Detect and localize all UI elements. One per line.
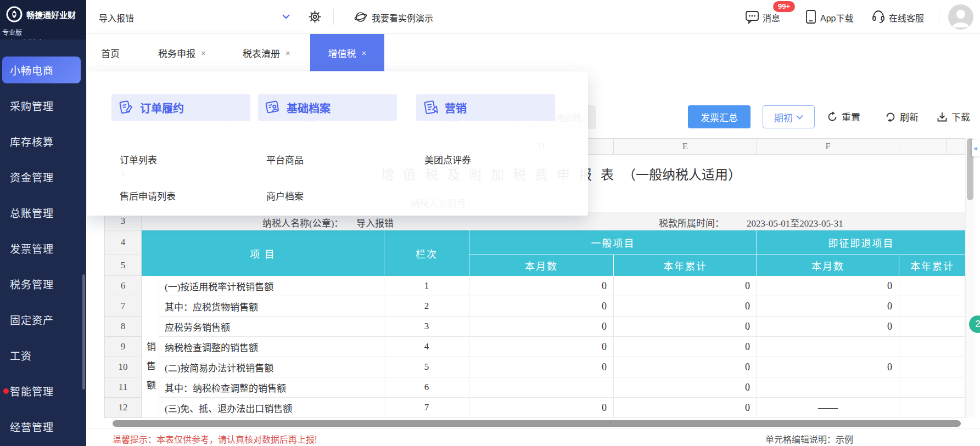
cell-e-row11[interactable]: 0 <box>614 377 757 398</box>
chevron-down-icon[interactable] <box>282 13 290 20</box>
cell-project-row11[interactable]: 其中：纳税检查调整的销售额 <box>159 377 384 398</box>
close-icon[interactable]: × <box>285 48 290 58</box>
cell-project-row6[interactable]: (一)按适用税率计税销售额 <box>159 276 384 296</box>
messages-label[interactable]: 消息 <box>763 11 780 24</box>
vertical-scrollbar[interactable] <box>965 138 975 418</box>
cell-project-row12[interactable]: (三)免、抵、退办法出口销售额 <box>159 398 384 418</box>
megamenu-item-售后申请列表[interactable]: 售后申请列表 <box>120 189 240 205</box>
gear-icon[interactable] <box>308 10 322 24</box>
cell-col-row9[interactable]: 4 <box>384 337 469 357</box>
cell-f-row9[interactable] <box>757 337 899 357</box>
sidebar-item-5[interactable]: 总账管理 <box>0 195 86 230</box>
megamenu-section-title: 订单履约 <box>140 100 184 116</box>
tab-税表清册[interactable]: 税表清册× <box>243 34 290 71</box>
megamenu-section-title: 基础档案 <box>287 100 331 116</box>
cell-d-row10[interactable]: 0 <box>469 357 614 377</box>
tab-税务申报[interactable]: 税务申报× <box>158 34 206 71</box>
sidebar-scrollbar[interactable] <box>82 274 85 389</box>
cell-f-row10[interactable]: 0 <box>757 357 899 377</box>
period-dropdown[interactable]: 期初 <box>763 105 815 128</box>
cell-e-row7[interactable]: 0 <box>614 296 757 317</box>
sidebar-item-3[interactable]: 库存核算 <box>0 123 86 159</box>
sidebar-item-6[interactable]: 发票管理 <box>0 230 86 266</box>
tab-首页[interactable]: 首页 <box>101 34 120 71</box>
cell-d-row12[interactable]: 0 <box>469 398 614 418</box>
reset-button[interactable]: 重置 <box>827 110 860 123</box>
close-icon[interactable]: × <box>362 48 367 58</box>
cell-d-row8[interactable]: 0 <box>469 317 614 337</box>
tab-label: 首页 <box>101 46 120 60</box>
cell-project-row9[interactable]: 纳税检查调整的销售额 <box>159 337 384 357</box>
sidebar-item-9[interactable]: 工资 <box>0 337 86 373</box>
phone-icon[interactable] <box>804 9 817 24</box>
cell-d-row9[interactable]: 0 <box>469 337 614 357</box>
download-button[interactable]: 下载 <box>937 110 970 123</box>
app-download-label[interactable]: App下载 <box>820 11 853 24</box>
cell-col-row7[interactable]: 2 <box>384 296 469 317</box>
cell-g-row9[interactable] <box>899 337 965 357</box>
cell-g-row10[interactable] <box>899 357 965 377</box>
workspace-underline <box>99 31 306 31</box>
headset-icon[interactable] <box>871 9 886 24</box>
tab-增值税[interactable]: 增值税× <box>310 34 384 71</box>
cell-f-row7[interactable]: 0 <box>757 296 899 317</box>
header-month-f-cell: 本月数 <box>757 255 899 276</box>
cell-e-row6[interactable]: 0 <box>614 276 757 296</box>
cell-f-row8[interactable]: 0 <box>757 317 899 337</box>
cell-col-row8[interactable]: 3 <box>384 317 469 337</box>
close-icon[interactable]: × <box>201 48 206 58</box>
header-project-cell: 项 目 <box>142 230 384 276</box>
message-icon[interactable] <box>745 10 759 24</box>
cell-e-row10[interactable]: 0 <box>614 357 757 377</box>
cell-g-row6[interactable] <box>899 276 965 296</box>
megamenu-item-美团点评券[interactable]: 美团点评券 <box>424 153 545 169</box>
sidebar-item-7[interactable]: 税务管理 <box>0 266 86 302</box>
header-refund-cell: 即征即退项目 <box>757 230 965 255</box>
workspace-selector[interactable]: 导入报错 <box>99 11 134 24</box>
sidebar-item-2[interactable]: 采购管理 <box>0 88 86 123</box>
cell-col-row6[interactable]: 1 <box>384 276 469 296</box>
sheet-title-sub: （一般纳税人适用） <box>623 164 741 183</box>
expand-columns-tab[interactable]: » <box>972 140 980 156</box>
cell-g-row12[interactable] <box>899 398 965 418</box>
cell-project-row8[interactable]: 应税劳务销售额 <box>159 317 384 337</box>
cell-col-row10[interactable]: 5 <box>384 357 469 377</box>
cell-col-row12[interactable]: 7 <box>384 398 469 418</box>
sales-group-cell: 销售额 <box>142 276 159 418</box>
megamenu-item-商户档案[interactable]: 商户档案 <box>266 189 387 205</box>
cell-e-row8[interactable]: 0 <box>614 317 757 337</box>
cell-d-row7[interactable]: 0 <box>469 296 614 317</box>
sidebar-item-11[interactable]: 经营管理 <box>0 409 86 444</box>
sales-group-label: 销售额 <box>143 342 157 417</box>
cell-e-row9[interactable]: 0 <box>614 337 757 357</box>
cell-g-row8[interactable] <box>899 317 965 337</box>
sidebar-item-8[interactable]: 固定资产 <box>0 302 86 337</box>
cell-d-row6[interactable]: 0 <box>469 276 614 296</box>
sidebar-item-1[interactable]: 小畅电商 <box>0 52 86 88</box>
cell-f-row6[interactable]: 0 <box>757 276 899 296</box>
horizontal-scrollbar-thumb[interactable] <box>113 420 961 427</box>
invoice-summary-button[interactable]: 发票汇总 <box>688 105 751 128</box>
refresh-button[interactable]: 刷新 <box>885 110 919 123</box>
support-label[interactable]: 在线客服 <box>889 11 924 24</box>
taxpayer-name-value[interactable]: 导入报错 <box>356 216 394 229</box>
megamenu-item-平台商品[interactable]: 平台商品 <box>266 153 387 169</box>
cell-project-row7[interactable]: 其中：应税货物销售额 <box>159 296 384 317</box>
megamenu-item-订单列表[interactable]: 订单列表 <box>120 153 240 169</box>
refresh-label: 刷新 <box>900 110 919 123</box>
globe-icon[interactable] <box>354 10 367 24</box>
brand-name: 畅捷通好业财 <box>26 9 76 20</box>
cell-f-row11[interactable] <box>757 377 899 398</box>
sidebar-item-4[interactable]: 资金管理 <box>0 159 86 195</box>
demo-link[interactable]: 我要看实例演示 <box>372 11 433 24</box>
table-row-7: 7其中：应税货物销售额2000 <box>86 296 947 317</box>
cell-col-row11[interactable]: 6 <box>384 377 469 398</box>
cell-f-row12[interactable]: —— <box>757 398 899 418</box>
cell-project-row10[interactable]: (二)按简易办法计税销售额 <box>159 357 384 377</box>
cell-e-row12[interactable]: 0 <box>614 398 757 418</box>
cell-g-row11[interactable] <box>899 377 965 398</box>
sidebar-item-10[interactable]: 智能管理 <box>0 373 86 409</box>
cell-g-row7[interactable] <box>899 296 965 317</box>
avatar[interactable] <box>948 4 973 30</box>
cell-d-row11[interactable] <box>469 377 614 398</box>
